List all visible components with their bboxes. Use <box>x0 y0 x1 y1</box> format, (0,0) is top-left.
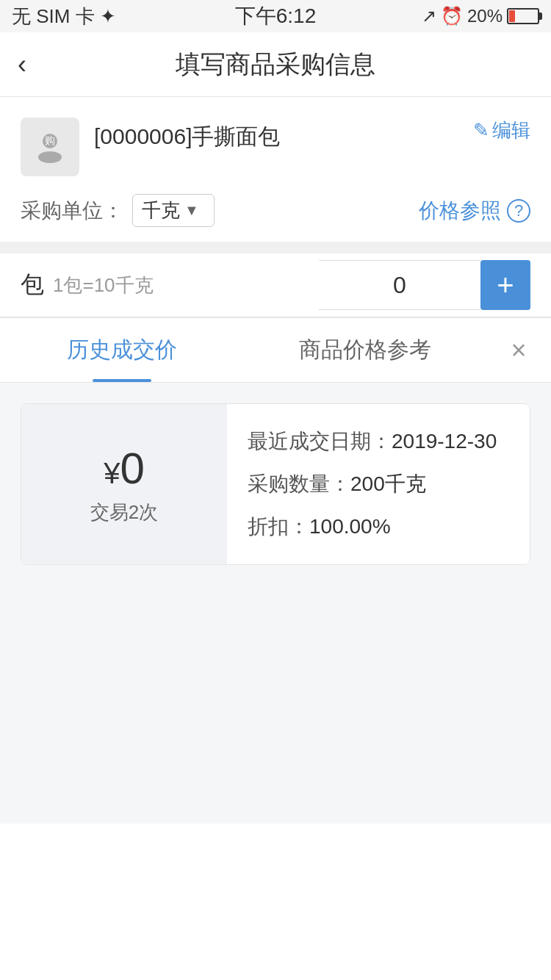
quantity-controls: 0 + <box>319 260 530 310</box>
svg-text:购: 购 <box>45 134 55 146</box>
status-bar: 无 SIM 卡 ✦ 下午6:12 ↗ ⏰ 20% <box>0 0 551 32</box>
edit-button[interactable]: ✎ 编辑 <box>473 118 530 143</box>
location-icon: ↗ <box>422 6 436 26</box>
alarm-icon: ⏰ <box>441 6 463 26</box>
quantity-input[interactable]: 0 <box>319 260 480 310</box>
tab-product-price-ref-label: 商品价格参考 <box>299 335 431 365</box>
tab-history-price-label: 历史成交价 <box>67 335 177 365</box>
product-header: 购 [0000006]手撕面包 ✎ 编辑 <box>21 118 530 176</box>
trade-details: 最近成交日期：2019-12-30 采购数量：200千克 折扣：100.00% <box>227 404 530 564</box>
currency-symbol: ¥ <box>104 457 120 489</box>
edit-icon: ✎ <box>473 119 489 142</box>
product-left: 购 [0000006]手撕面包 <box>21 118 473 176</box>
trade-discount-label: 折扣： <box>248 515 309 538</box>
tabs-bar: 历史成交价 商品价格参考 × <box>0 318 551 383</box>
trade-quantity-value: 200千克 <box>350 472 426 495</box>
unit-select[interactable]: 千克 ▼ <box>132 194 215 227</box>
price-ref-label: 价格参照 <box>419 197 501 225</box>
product-unit-row: 采购单位： 千克 ▼ 价格参照 ? <box>21 194 530 227</box>
nav-bar: ‹ 填写商品采购信息 <box>0 32 551 97</box>
svg-point-1 <box>38 151 62 163</box>
price-value: 0 <box>120 444 144 493</box>
back-button[interactable]: ‹ <box>18 49 26 80</box>
battery-icon <box>507 8 539 24</box>
pkg-conversion: 1包=10千克 <box>53 273 154 298</box>
quantity-plus-button[interactable]: + <box>480 260 530 310</box>
battery-text: 20% <box>467 6 503 26</box>
status-time: 下午6:12 <box>235 2 317 30</box>
trade-discount-value: 100.00% <box>309 515 391 538</box>
trade-date-value: 2019-12-30 <box>392 430 497 453</box>
trade-date-label: 最近成交日期： <box>248 430 392 453</box>
trade-price: ¥0 <box>104 443 145 494</box>
trade-discount-row: 折扣：100.00% <box>248 511 509 542</box>
quantity-label: 包 1包=10千克 <box>21 269 154 301</box>
chevron-down-icon: ▼ <box>184 202 199 219</box>
trade-card: ¥0 交易2次 最近成交日期：2019-12-30 采购数量：200千克 折扣：… <box>21 403 530 565</box>
trade-date-row: 最近成交日期：2019-12-30 <box>248 426 509 457</box>
status-right: ↗ ⏰ 20% <box>422 6 539 26</box>
tab-history-price[interactable]: 历史成交价 <box>0 318 243 382</box>
quantity-row: 包 1包=10千克 0 + <box>0 253 551 318</box>
product-image-icon: 购 <box>29 126 71 167</box>
trade-quantity-row: 采购数量：200千克 <box>248 469 509 500</box>
status-left: 无 SIM 卡 ✦ <box>12 4 116 29</box>
price-reference-button[interactable]: 价格参照 ? <box>419 197 530 225</box>
page-title: 填写商品采购信息 <box>176 48 375 82</box>
unit-value: 千克 <box>142 198 180 223</box>
product-card: 购 [0000006]手撕面包 ✎ 编辑 采购单位： 千克 ▼ 价格参照 ? <box>0 97 551 253</box>
trade-summary: ¥0 交易2次 <box>21 404 227 564</box>
pkg-unit-label: 包 <box>21 269 44 301</box>
trade-count: 交易2次 <box>90 500 158 525</box>
content-area: ¥0 交易2次 最近成交日期：2019-12-30 采购数量：200千克 折扣：… <box>0 383 551 824</box>
tab-product-price-ref[interactable]: 商品价格参考 <box>243 318 486 382</box>
help-icon: ? <box>507 199 530 223</box>
unit-label: 采购单位： 千克 ▼ <box>21 194 215 227</box>
bottom-area <box>0 824 551 980</box>
edit-label: 编辑 <box>492 118 530 143</box>
sim-status: 无 SIM 卡 ✦ <box>12 4 116 29</box>
product-thumbnail: 购 <box>21 118 79 176</box>
product-name: [0000006]手撕面包 <box>94 118 280 152</box>
trade-quantity-label: 采购数量： <box>248 472 350 495</box>
tabs-close-button[interactable]: × <box>486 318 551 383</box>
